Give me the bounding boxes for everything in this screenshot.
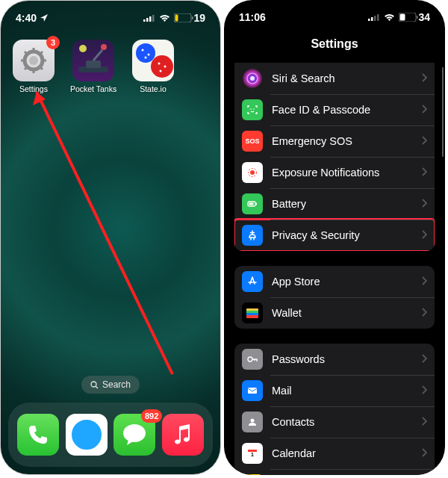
app-label: State.io bbox=[140, 84, 167, 93]
wallet-icon bbox=[242, 302, 263, 323]
search-label: Search bbox=[102, 379, 131, 390]
chevron-right-icon bbox=[421, 306, 427, 320]
settings-screen: 11:06 34 Settings Siri & Search bbox=[224, 0, 445, 475]
row-sos[interactable]: SOS Emergency SOS bbox=[234, 125, 435, 157]
battery-icon: 34 bbox=[399, 11, 430, 23]
music-icon bbox=[162, 414, 204, 456]
row-label: Face ID & Passcode bbox=[272, 104, 421, 116]
svg-point-48 bbox=[250, 170, 255, 175]
row-wallet[interactable]: Wallet bbox=[234, 297, 435, 329]
row-battery[interactable]: Battery bbox=[234, 188, 435, 220]
svg-rect-51 bbox=[256, 203, 258, 205]
svg-rect-58 bbox=[248, 388, 257, 394]
chevron-right-icon bbox=[421, 415, 427, 429]
svg-point-59 bbox=[251, 419, 255, 423]
notes-icon bbox=[242, 474, 263, 475]
row-label: Calendar bbox=[272, 447, 421, 459]
svg-rect-3 bbox=[152, 15, 155, 22]
svg-point-24 bbox=[142, 49, 144, 52]
settings-group: App Store Wallet bbox=[234, 266, 435, 329]
row-passwords[interactable]: Passwords bbox=[234, 344, 435, 375]
status-bar: 4:40 19 bbox=[1, 1, 220, 31]
row-appstore[interactable]: App Store bbox=[234, 266, 435, 297]
row-label: Exposure Notifications bbox=[272, 167, 421, 179]
svg-point-27 bbox=[158, 63, 161, 65]
svg-point-30 bbox=[91, 382, 96, 387]
app-pocket-tanks[interactable]: Pocket Tanks bbox=[71, 40, 116, 93]
status-bar: 11:06 34 bbox=[224, 0, 445, 30]
row-notes[interactable]: Notes bbox=[234, 469, 435, 475]
status-time: 4:40 bbox=[16, 12, 37, 24]
row-calendar[interactable]: 1 Calendar bbox=[234, 438, 435, 469]
svg-point-26 bbox=[145, 57, 147, 59]
chevron-right-icon bbox=[421, 353, 427, 366]
chevron-right-icon bbox=[421, 166, 427, 179]
svg-point-47 bbox=[253, 108, 255, 110]
search-button[interactable]: Search bbox=[81, 376, 140, 394]
row-faceid[interactable]: Face ID & Passcode bbox=[234, 94, 435, 125]
row-mail[interactable]: Mail bbox=[234, 375, 435, 406]
svg-line-12 bbox=[25, 52, 28, 55]
svg-rect-42 bbox=[400, 14, 405, 21]
battery-percent: 19 bbox=[193, 12, 205, 24]
exposure-icon bbox=[242, 162, 263, 183]
app-state-io[interactable]: State.io bbox=[131, 40, 175, 93]
chevron-right-icon bbox=[421, 275, 427, 288]
svg-point-23 bbox=[151, 55, 173, 78]
svg-point-45 bbox=[250, 76, 255, 81]
app-label: Settings bbox=[19, 84, 48, 93]
signal-icon bbox=[143, 14, 155, 22]
svg-point-46 bbox=[250, 108, 252, 110]
wifi-icon bbox=[159, 14, 170, 22]
sos-icon: SOS bbox=[242, 131, 263, 152]
chevron-right-icon bbox=[421, 447, 427, 460]
svg-rect-18 bbox=[86, 60, 101, 68]
svg-line-31 bbox=[96, 386, 98, 388]
svg-marker-36 bbox=[33, 92, 46, 105]
scroll-indicator[interactable] bbox=[442, 67, 444, 157]
row-siri[interactable]: Siri & Search bbox=[234, 63, 435, 94]
svg-point-29 bbox=[160, 70, 162, 72]
mail-icon bbox=[242, 380, 263, 401]
svg-point-20 bbox=[79, 45, 87, 52]
row-contacts[interactable]: Contacts bbox=[234, 406, 435, 438]
phone-icon bbox=[17, 414, 59, 456]
contacts-icon bbox=[242, 412, 263, 432]
state-io-icon bbox=[132, 40, 174, 81]
badge: 892 bbox=[141, 409, 162, 423]
safari-icon bbox=[66, 414, 108, 456]
svg-line-15 bbox=[40, 52, 43, 55]
home-screen: 4:40 19 3 Settings bbox=[0, 0, 221, 475]
row-label: App Store bbox=[272, 276, 421, 288]
svg-rect-39 bbox=[374, 16, 376, 21]
appstore-icon bbox=[242, 271, 263, 292]
status-time: 11:06 bbox=[239, 11, 266, 23]
row-label: Contacts bbox=[272, 416, 421, 428]
row-privacy[interactable]: Privacy & Security bbox=[234, 220, 435, 251]
dock-phone[interactable] bbox=[16, 414, 60, 456]
app-grid: 3 Settings Pocket Tanks State.io bbox=[1, 31, 220, 93]
pocket-tanks-icon bbox=[72, 40, 114, 81]
settings-group: Siri & Search Face ID & Passcode SOS Eme… bbox=[234, 63, 435, 251]
signal-icon bbox=[368, 13, 380, 21]
row-label: Passwords bbox=[272, 353, 421, 365]
svg-point-28 bbox=[164, 66, 167, 68]
svg-rect-40 bbox=[377, 14, 379, 21]
dock-safari[interactable] bbox=[65, 414, 108, 456]
row-exposure[interactable]: Exposure Notifications bbox=[234, 157, 435, 188]
search-icon bbox=[90, 381, 99, 389]
svg-rect-5 bbox=[175, 15, 178, 22]
dock-messages[interactable]: 892 bbox=[113, 414, 156, 456]
svg-rect-52 bbox=[249, 203, 254, 205]
dock-music[interactable] bbox=[161, 414, 205, 456]
svg-point-57 bbox=[248, 357, 252, 361]
svg-rect-0 bbox=[143, 19, 146, 22]
key-icon bbox=[242, 349, 263, 370]
row-label: Emergency SOS bbox=[272, 135, 421, 147]
row-label: Siri & Search bbox=[272, 72, 421, 84]
chevron-right-icon bbox=[421, 134, 427, 148]
row-label: Battery bbox=[272, 198, 421, 210]
app-settings[interactable]: 3 Settings bbox=[11, 40, 56, 93]
settings-list[interactable]: Siri & Search Face ID & Passcode SOS Eme… bbox=[224, 63, 445, 475]
svg-point-34 bbox=[123, 424, 146, 442]
